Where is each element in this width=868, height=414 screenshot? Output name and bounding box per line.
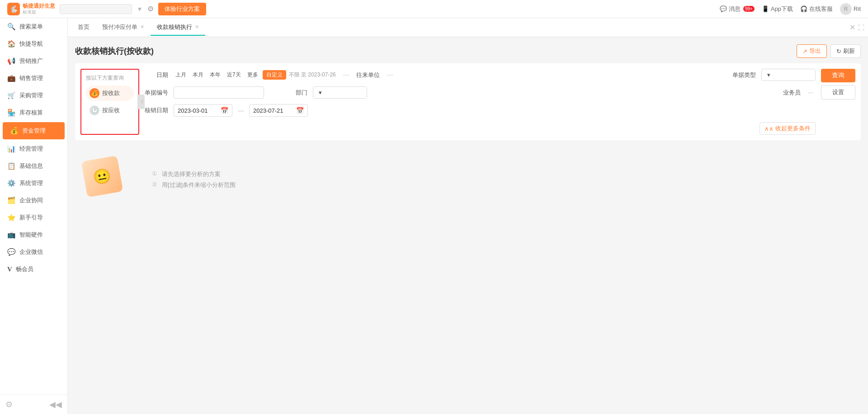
app-logo: 🐇 畅捷通好生意 标准版 — [7, 3, 55, 15]
guide-icon: ⭐ — [7, 214, 16, 222]
user-name: Rit — [854, 5, 861, 12]
sidebar-item-label: 新手引导 — [19, 214, 43, 222]
tab-writeoff[interactable]: 收款核销执行 ✕ — [151, 19, 205, 36]
dept-select[interactable]: ▾ — [313, 86, 367, 99]
search-input[interactable] — [60, 4, 132, 14]
content-area: 首页 预付冲应付单 ✕ 收款核销执行 ✕ ✕ ⛶ 收款核销执行(按收款) — [68, 18, 868, 414]
date-this-year-btn[interactable]: 本年 — [208, 70, 222, 80]
sidebar-item-inventory[interactable]: 🏪 库存核算 — [0, 104, 67, 121]
home-icon: 🏠 — [7, 40, 16, 48]
date-last-month-btn[interactable]: 上月 — [174, 70, 188, 80]
date-this-month-btn[interactable]: 本月 — [191, 70, 205, 80]
system-icon: ⚙️ — [7, 179, 16, 187]
filter-option-by-receivable-label: 按应收 — [102, 106, 120, 114]
sidebar-item-hardware[interactable]: 📺 智能硬件 — [0, 226, 67, 243]
filter-row-3: 核销日期 2023-03-01 📅 — 2023-07-21 📅 — [145, 104, 816, 117]
export-icon: ↗ — [802, 48, 807, 55]
sidebar-item-search[interactable]: 🔍 搜索菜单 — [0, 18, 67, 35]
page-content: 收款核销执行(按收款) ↗ 导出 ↻ 刷新 按以下方案查询 — [68, 37, 868, 414]
refresh-icon: ↻ — [836, 48, 841, 55]
sidebar-item-management[interactable]: 📊 经营管理 — [0, 140, 67, 157]
empty-num-1: ① — [152, 170, 159, 177]
topbar-left: 🐇 畅捷通好生意 标准版 ▼ ⚙ 体验行业方案 — [7, 3, 206, 15]
partner-label: 往来单位 — [356, 71, 380, 79]
inventory-icon: 🏪 — [7, 109, 16, 117]
message-label: 消息 — [729, 5, 741, 13]
writeoff-start-text: 2023-03-01 — [178, 107, 208, 114]
writeoff-date-label: 核销日期 — [145, 106, 168, 114]
tab-home[interactable]: 首页 — [71, 19, 96, 36]
collab-icon: 🗂️ — [7, 196, 16, 205]
query-button[interactable]: 查询 — [821, 69, 855, 82]
date-7days-btn[interactable]: 近7天 — [225, 70, 243, 80]
solution-button[interactable]: 体验行业方案 — [158, 3, 206, 15]
filter-option-by-receipt[interactable]: 💰 按收款 — [86, 86, 134, 101]
refresh-button[interactable]: ↻ 刷新 — [830, 44, 861, 58]
partner-input-dots[interactable]: ··· — [387, 71, 393, 79]
receivable-icon: 🕐 — [90, 105, 99, 115]
sidebar-item-label: 快捷导航 — [19, 40, 43, 48]
tab-writeoff-close[interactable]: ✕ — [195, 24, 199, 30]
settings-icon[interactable]: ⚙ — [5, 400, 13, 409]
setting-button[interactable]: 设置 — [821, 85, 855, 100]
empty-state: ① 请先选择要分析的方案 ② 用[过滤]条件来缩小分析范围 — [75, 158, 861, 204]
sidebar-item-basic[interactable]: 📋 基础信息 — [0, 157, 67, 175]
sidebar-item-label: 库存核算 — [19, 109, 43, 117]
chevron-up-icon: ∧∧ — [764, 125, 774, 132]
sidebar-item-marketing[interactable]: 📢 营销推广 — [0, 52, 67, 70]
sidebar-item-label: 经营管理 — [19, 145, 43, 153]
tab-close-all-icon[interactable]: ✕ — [849, 23, 855, 32]
search-icon: 🔍 — [7, 23, 16, 31]
tab-prepay[interactable]: 预付冲应付单 ✕ — [96, 19, 151, 36]
app-download-item[interactable]: 📱 App下载 — [762, 5, 793, 13]
gear-icon[interactable]: ⚙ — [147, 5, 154, 13]
export-button[interactable]: ↗ 导出 — [797, 44, 827, 58]
purchase-icon: 🛒 — [7, 91, 16, 100]
staff-input-dots[interactable]: ··· — [808, 89, 814, 97]
doc-type-select[interactable]: ▾ — [761, 69, 816, 81]
sidebar-item-guide[interactable]: ⭐ 新手引导 — [0, 209, 67, 226]
writeoff-date-end-input[interactable]: 2023-07-21 📅 — [249, 104, 308, 117]
sidebar-item-purchase[interactable]: 🛒 采购管理 — [0, 87, 67, 104]
writeoff-end-text: 2023-07-21 — [253, 107, 283, 114]
sidebar-item-nav[interactable]: 🏠 快捷导航 — [0, 35, 67, 52]
online-service-item[interactable]: 🎧 在线客服 — [800, 5, 833, 13]
message-item[interactable]: 💬 消息 99+ — [720, 5, 755, 13]
filter-collapse-button[interactable]: 《 — [137, 95, 145, 109]
writeoff-date-start-input[interactable]: 2023-03-01 📅 — [174, 104, 232, 117]
date-range-divider: — — [238, 107, 244, 114]
sidebar-item-collab[interactable]: 🗂️ 企业协同 — [0, 192, 67, 209]
sidebar-item-label: 营销推广 — [19, 57, 43, 65]
date-custom-tag[interactable]: 自定义 — [263, 70, 286, 80]
filter-row-1: 日期 上月 本月 本年 近7天 更多 自定义 不限 至 2023-07-26 — [145, 69, 816, 81]
filter-main: 日期 上月 本月 本年 近7天 更多 自定义 不限 至 2023-07-26 — [145, 69, 855, 135]
collapse-sidebar-icon[interactable]: ◀◀ — [49, 400, 62, 409]
sidebar: 🔍 搜索菜单 🏠 快捷导航 📢 营销推广 💼 销售管理 🛒 采购管理 🏪 库存核… — [0, 18, 68, 414]
sidebar-item-system[interactable]: ⚙️ 系统管理 — [0, 175, 67, 192]
sidebar-item-wechat[interactable]: 💬 企业微信 — [0, 243, 67, 261]
date-more-btn[interactable]: 更多 — [245, 70, 260, 80]
empty-num-2: ② — [152, 181, 159, 188]
collapse-icon: 《 — [139, 99, 143, 105]
date-label: 日期 — [145, 71, 168, 79]
docno-input[interactable] — [174, 86, 264, 99]
sidebar-item-label: 智能硬件 — [19, 231, 43, 239]
user-avatar: R — [840, 3, 852, 15]
tab-prepay-close[interactable]: ✕ — [140, 24, 144, 30]
sidebar-item-sales[interactable]: 💼 销售管理 — [0, 70, 67, 87]
sidebar-item-finance[interactable]: 💰 资金管理 — [3, 122, 65, 139]
empty-illustration — [75, 158, 129, 204]
member-icon: V — [7, 266, 12, 273]
collapse-more-btn[interactable]: ∧∧ 收起更多条件 — [760, 122, 816, 135]
filter-option-by-receivable[interactable]: 🕐 按应收 — [86, 103, 134, 118]
tab-prepay-label: 预付冲应付单 — [102, 23, 137, 31]
tab-expand-icon[interactable]: ⛶ — [858, 24, 864, 31]
collapse-more-label: 收起更多条件 — [775, 124, 811, 133]
sidebar-item-member[interactable]: V 畅会员 — [0, 261, 67, 278]
sidebar-item-label: 企业协同 — [19, 196, 43, 205]
logo-icon: 🐇 — [7, 3, 20, 15]
dropdown-icon[interactable]: ▼ — [137, 5, 143, 13]
user-item[interactable]: R Rit — [840, 3, 861, 15]
filter-right-btns: 查询 设置 — [821, 69, 855, 100]
wechat-icon: 💬 — [7, 248, 16, 256]
